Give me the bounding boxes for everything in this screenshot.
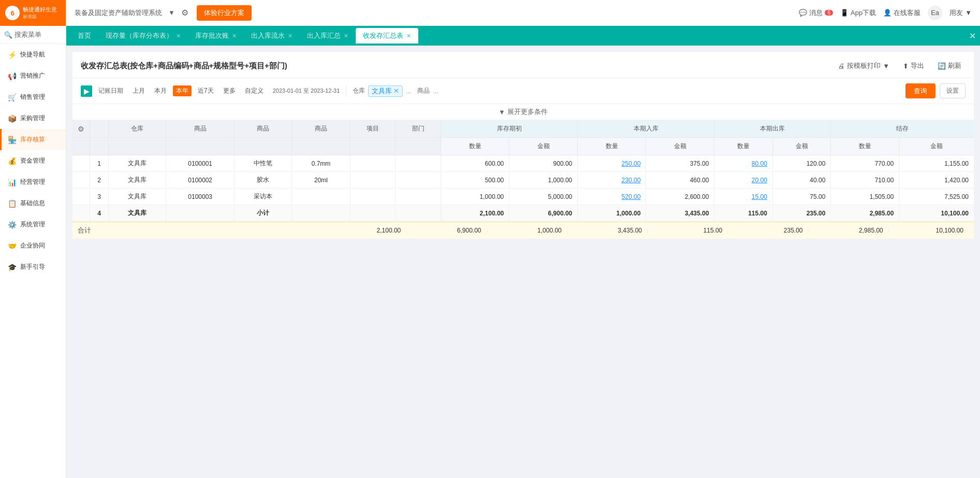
cell-out-qty[interactable]: 20.00 xyxy=(714,172,773,189)
sidebar-item-label: 营销推广 xyxy=(20,71,45,80)
tab-summary[interactable]: 出入库汇总 ✕ xyxy=(300,28,356,44)
sidebar-item-label: 基础信息 xyxy=(20,199,45,208)
th-opening-group: 库存期初 xyxy=(441,120,578,138)
cell-goods-spec xyxy=(292,205,350,222)
marketing-icon: 📢 xyxy=(8,72,16,80)
shortcut-this-month[interactable]: 本月 xyxy=(151,85,170,96)
cell-goods-code: 0100001 xyxy=(166,155,235,172)
sidebar-item-sales[interactable]: 🛒 销售管理 xyxy=(0,86,66,108)
cell-out-qty[interactable]: 15.00 xyxy=(714,189,773,205)
user-avatar[interactable]: Ea xyxy=(928,6,942,20)
tab-summary-close[interactable]: ✕ xyxy=(344,33,348,39)
content-area: 收发存汇总表(按仓库+商品编码+商品+规格型号+项目+部门) 🖨 按模板打印 ▼… xyxy=(66,46,980,478)
sidebar-item-label: 经营管理 xyxy=(20,178,45,186)
th-warehouse: 仓库 xyxy=(109,120,166,138)
tab-recv-send-close[interactable]: ✕ xyxy=(406,33,411,39)
th-closing-amt: 金额 xyxy=(899,138,974,155)
sidebar-item-purchase[interactable]: 📦 采购管理 xyxy=(0,108,66,129)
shortcut-custom[interactable]: 自定义 xyxy=(242,85,267,96)
cell-closing-amt: 10,100.00 xyxy=(899,205,974,222)
export-button[interactable]: ⬆ 导出 xyxy=(899,59,928,73)
th-in-group: 本期入库 xyxy=(578,120,714,138)
goods-more[interactable]: ... xyxy=(433,88,438,95)
sidebar-item-operation[interactable]: 📊 经营管理 xyxy=(0,171,66,193)
table-row: 3 文具库 0100003 采访本 1,000.00 5,000.00 520.… xyxy=(72,189,974,205)
cell-warehouse: 文具库 xyxy=(109,205,166,222)
th-gear[interactable]: ⚙ xyxy=(72,120,90,138)
tab-home[interactable]: 首页 xyxy=(70,28,98,44)
system-icon: ⚙️ xyxy=(8,221,16,229)
notification-item[interactable]: 💬 消息 6 xyxy=(799,8,833,18)
tab-batch-account-close[interactable]: ✕ xyxy=(232,33,237,39)
page-card: 收发存汇总表(按仓库+商品编码+商品+规格型号+项目+部门) 🖨 按模板打印 ▼… xyxy=(72,52,974,239)
warehouse-more[interactable]: ... xyxy=(406,88,411,95)
cell-gear xyxy=(72,172,90,189)
close-all-tabs-button[interactable]: ✕ xyxy=(969,31,976,41)
tab-flow-label: 出入库流水 xyxy=(251,31,285,40)
enterprise-icon: 🤝 xyxy=(8,242,16,250)
quick-nav-icon: ⚡ xyxy=(8,51,16,59)
cell-index: 3 xyxy=(90,189,109,205)
sidebar-item-quick-nav[interactable]: ⚡ 快捷导航 xyxy=(0,44,66,65)
th-department: 部门 xyxy=(396,120,441,138)
warehouse-tag-close[interactable]: ✕ xyxy=(393,87,399,95)
cell-warehouse: 文具库 xyxy=(109,189,166,205)
cell-in-qty[interactable]: 520.00 xyxy=(578,189,646,205)
table-settings-icon[interactable]: ⚙ xyxy=(78,125,84,133)
sidebar-item-marketing[interactable]: 📢 营销推广 xyxy=(0,65,66,86)
tab-flow[interactable]: 出入库流水 ✕ xyxy=(244,28,300,44)
app-download-item[interactable]: 📱 App下载 xyxy=(840,8,876,18)
sidebar-item-guide[interactable]: 🎓 新手引导 xyxy=(0,256,66,278)
sidebar-search[interactable]: 🔍 搜索菜单 xyxy=(0,26,66,44)
shortcut-7-days[interactable]: 近7天 xyxy=(195,85,217,96)
th-gear-sub xyxy=(72,138,90,155)
cell-goods-name: 中性笔 xyxy=(235,155,292,172)
gear-icon[interactable]: ⚙ xyxy=(181,8,188,18)
cell-project xyxy=(350,205,396,222)
cell-goods-name: 小计 xyxy=(235,205,292,222)
settings-button[interactable]: 设置 xyxy=(940,83,966,98)
cell-in-qty[interactable]: 250.00 xyxy=(578,155,646,172)
sidebar-item-label: 库存核算 xyxy=(20,135,45,144)
tab-stock-dist-close[interactable]: ✕ xyxy=(176,33,181,39)
sidebar: 6 畅捷通好生意 标准版 🔍 搜索菜单 ⚡ 快捷导航 📢 营销推广 🛒 销售管理… xyxy=(0,0,66,478)
cell-in-qty[interactable]: 230.00 xyxy=(578,172,646,189)
th-in-amt: 金额 xyxy=(646,138,714,155)
phone-icon: 📱 xyxy=(840,9,849,17)
tab-recv-send[interactable]: 收发存汇总表 ✕ xyxy=(356,28,418,44)
shortcut-prev-month[interactable]: 上月 xyxy=(129,85,148,96)
topbar-dropdown-icon[interactable]: ▼ xyxy=(168,9,175,17)
query-button[interactable]: 查询 xyxy=(905,83,935,98)
logo-badge: 标准版 xyxy=(23,13,57,20)
tab-stock-dist[interactable]: 现存量（库存分布表） ✕ xyxy=(98,28,188,44)
guide-icon: 🎓 xyxy=(8,263,16,271)
sidebar-item-finance[interactable]: 💰 资金管理 xyxy=(0,150,66,171)
tab-batch-account[interactable]: 库存批次账 ✕ xyxy=(188,28,244,44)
cell-index: 1 xyxy=(90,155,109,172)
user-label[interactable]: 用友 ▼ xyxy=(949,8,972,18)
sidebar-item-basic-info[interactable]: 📋 基础信息 xyxy=(0,193,66,214)
print-chevron-icon: ▼ xyxy=(883,62,889,70)
tab-flow-close[interactable]: ✕ xyxy=(288,33,292,39)
cell-out-qty[interactable]: 80.00 xyxy=(714,155,773,172)
refresh-button[interactable]: 🔄 刷新 xyxy=(933,59,966,73)
purchase-icon: 📦 xyxy=(8,114,16,123)
shortcut-this-year[interactable]: 本年 xyxy=(173,85,192,96)
sidebar-item-system[interactable]: ⚙️ 系统管理 xyxy=(0,214,66,235)
sidebar-item-enterprise[interactable]: 🤝 企业协同 xyxy=(0,235,66,256)
cell-in-amt: 460.00 xyxy=(646,172,714,189)
expand-more-chevron-icon: ▼ xyxy=(499,108,505,116)
th-out-qty: 数量 xyxy=(714,138,773,155)
print-template-button[interactable]: 🖨 按模板打印 ▼ xyxy=(834,59,894,73)
online-service-item[interactable]: 👤 在线客服 xyxy=(883,8,920,18)
filter-expand-button[interactable]: ▶ xyxy=(81,85,92,97)
try-button[interactable]: 体验行业方案 xyxy=(197,5,252,21)
avatar-text: Ea xyxy=(931,9,939,17)
filter-goods: 商品 ... xyxy=(417,86,438,95)
cell-out-amt: 235.00 xyxy=(772,205,831,222)
expand-more-button[interactable]: ▼ 展开更多条件 xyxy=(499,107,548,117)
topbar-right: 💬 消息 6 📱 App下载 👤 在线客服 Ea 用友 ▼ xyxy=(799,6,972,20)
sidebar-item-inventory[interactable]: 🏪 库存核算 xyxy=(0,129,66,150)
shortcut-more[interactable]: 更多 xyxy=(220,85,239,96)
th-goods-spec: 商品 xyxy=(292,120,350,138)
